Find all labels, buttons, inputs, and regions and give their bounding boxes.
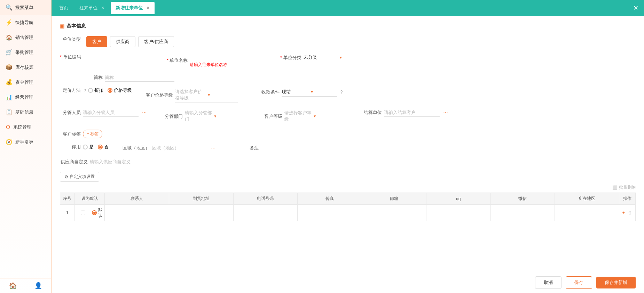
payment-terms-label: 收款条件 [259, 89, 280, 95]
btn-customer[interactable]: 客户 [86, 36, 107, 47]
cell-region[interactable] [555, 205, 619, 221]
email-input[interactable] [364, 210, 424, 215]
short-name-label: 简称 [82, 74, 103, 81]
table-region-input[interactable] [557, 210, 617, 215]
unit-name-block: 请输入往来单位名称 [190, 53, 259, 68]
batch-delete-btn[interactable]: ⬜ 批量删除 [612, 185, 636, 190]
tab-home[interactable]: 首页 [54, 2, 73, 14]
phone-input[interactable] [236, 210, 296, 215]
pricing-radio-group: 折扣 价格等级 [88, 87, 132, 93]
settings-gear-icon: ⚙ [64, 174, 68, 179]
manager-more-icon[interactable]: ··· [141, 109, 148, 116]
dept-select[interactable]: 请输入分管部门 ▼ [185, 108, 241, 124]
supplier-custom-item: 供应商自定义 [60, 158, 166, 166]
customer-price-level-arrow: ▼ [207, 93, 238, 97]
payment-help-icon[interactable]: ? [340, 89, 343, 95]
cell-phone[interactable] [233, 205, 298, 221]
tab-partners-close[interactable]: ✕ [101, 6, 104, 10]
sidebar-item-finance[interactable]: 💰 资金管理 [0, 75, 51, 90]
tab-home-label: 首页 [59, 5, 68, 11]
tab-partners[interactable]: 往来单位 ✕ [74, 2, 109, 14]
pricing-row: 定价方法 ? 折扣 价格等级 客户价格等级 请选择客户价格等级 [60, 87, 636, 103]
col-region: 所在地区 [555, 193, 619, 205]
radio-disable-no[interactable]: 否 [98, 144, 109, 150]
contact-input[interactable] [107, 210, 167, 215]
customer-price-level-select[interactable]: 请选择客户价格等级 ▼ [175, 87, 238, 103]
tab-partners-label: 往来单位 [79, 5, 97, 11]
save-new-button[interactable]: 保存并新增 [596, 277, 636, 288]
cell-fax[interactable] [298, 205, 362, 221]
btn-both[interactable]: 客户/供应商 [138, 36, 174, 47]
sidebar-item-system[interactable]: ⚙ 系统管理 [0, 120, 51, 135]
remark-input[interactable] [261, 144, 365, 152]
radio-discount[interactable]: 折扣 [88, 87, 103, 93]
qq-input[interactable] [429, 210, 488, 215]
cancel-button[interactable]: 取消 [535, 276, 561, 289]
radio-disable-yes[interactable]: 是 [83, 144, 94, 150]
supplier-custom-input[interactable] [90, 158, 166, 166]
unit-name-error: 请输入往来单位名称 [190, 62, 259, 68]
settlement-more-icon[interactable]: ··· [442, 109, 449, 116]
cell-wechat[interactable] [490, 205, 555, 221]
sidebar-user-btn[interactable]: 👤 [26, 278, 52, 293]
sidebar-home-btn[interactable]: 🏠 [0, 278, 26, 293]
row-default-radio[interactable]: 默认 [92, 207, 102, 219]
col-email: 邮箱 [362, 193, 426, 205]
close-all-icon[interactable]: ✕ [630, 3, 641, 13]
sidebar-item-basic[interactable]: 📋 基础信息 [0, 105, 51, 120]
tags-row: 客户标签 + 标签 [60, 130, 636, 138]
pricing-help-icon[interactable]: ? [84, 88, 86, 93]
fax-input[interactable] [300, 210, 360, 215]
tab-new-partner-close[interactable]: ✕ [146, 6, 150, 10]
sidebar-item-inventory[interactable]: 📦 库存核算 [0, 60, 51, 75]
short-name-row: 简称 [60, 73, 636, 82]
disable-item: 停用 是 否 [60, 144, 109, 150]
quicknav-icon: ⚡ [6, 19, 13, 26]
sidebar-item-operations[interactable]: 📊 经营管理 [0, 90, 51, 105]
sidebar-bottom: 🏠 👤 [0, 278, 51, 293]
tags-label: 客户标签 [60, 131, 81, 137]
sidebar-item-label-inventory: 库存核算 [15, 64, 33, 71]
dept-placeholder: 请输入分管部门 [185, 110, 212, 122]
supplier-custom-row: 供应商自定义 [60, 158, 636, 166]
region-more-icon[interactable]: ··· [210, 145, 217, 151]
customer-level-select[interactable]: 请选择客户等级 ▼ [284, 108, 340, 124]
radio-price-level[interactable]: 价格等级 [108, 87, 132, 93]
sidebar-item-sales[interactable]: 🏠 销售管理 [0, 30, 51, 45]
sidebar-item-purchase[interactable]: 🛒 采购管理 [0, 45, 51, 60]
btn-supplier[interactable]: 供应商 [110, 36, 135, 47]
region-item: 区域（地区） ··· [123, 144, 217, 152]
sidebar-item-newbie[interactable]: 🧭 新手引导 [0, 135, 51, 149]
short-name-input[interactable] [105, 73, 174, 82]
manager-input[interactable] [83, 108, 139, 117]
sidebar-item-label-search: 搜索菜单 [15, 5, 33, 11]
cell-contact[interactable] [105, 205, 169, 221]
payment-terms-item: 收款条件 现结 ▼ ? [259, 87, 343, 97]
add-tag-button[interactable]: + 标签 [83, 130, 102, 138]
sidebar-item-search[interactable]: 🔍 搜索菜单 [0, 0, 51, 15]
address-input[interactable] [171, 210, 231, 215]
region-input[interactable] [152, 144, 207, 152]
settlement-input[interactable] [384, 108, 440, 117]
row-del-icon[interactable]: 🗑 [628, 210, 632, 215]
row-default-label: 默认 [98, 207, 102, 219]
cell-email[interactable] [362, 205, 426, 221]
disable-label: 停用 [60, 144, 81, 150]
unit-name-input[interactable] [190, 53, 259, 61]
col-default: 设为默认 [74, 193, 104, 205]
wechat-input[interactable] [493, 210, 553, 215]
unit-code-input[interactable]: 000009 [83, 53, 146, 61]
payment-terms-select[interactable]: 现结 ▼ [282, 87, 337, 97]
custom-settings-button[interactable]: ⚙ 自定义项设置 [60, 172, 99, 182]
sidebar-item-quicknav[interactable]: ⚡ 快捷导航 [0, 15, 51, 30]
save-button[interactable]: 保存 [566, 276, 592, 289]
table-section: ⚙ 自定义项设置 ⬜ 批量删除 序号 设为默认 联系人 到货地址 [60, 172, 636, 221]
tab-new-partner[interactable]: 新增往来单位 ✕ [111, 2, 155, 14]
cell-address[interactable] [169, 205, 233, 221]
row-add-icon[interactable]: + [622, 210, 625, 215]
row-checkbox[interactable] [77, 211, 89, 215]
cell-qq[interactable] [426, 205, 490, 221]
customer-price-level-item: 客户价格等级 请选择客户价格等级 ▼ [146, 87, 238, 103]
unit-category-select[interactable]: 未分类 ▼ [304, 53, 373, 62]
settlement-item: 结算单位 ··· [361, 108, 449, 117]
